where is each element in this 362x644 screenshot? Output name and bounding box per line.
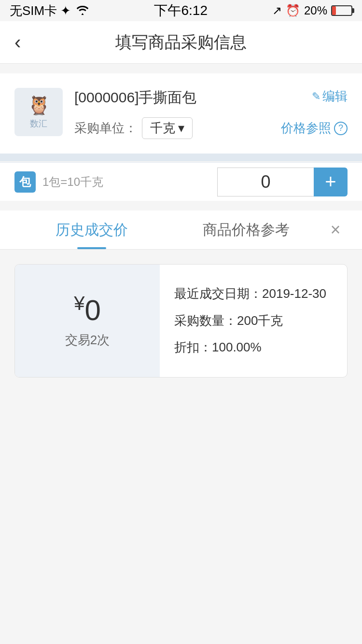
- product-unit-row: 采购单位： 千克 ▾ 价格参照 ?: [74, 117, 348, 139]
- quantity-input-row: 0 +: [217, 168, 348, 196]
- carrier-text: 无SIM卡 ✦: [10, 2, 71, 19]
- unit-select[interactable]: 千克 ▾: [142, 117, 193, 139]
- alarm-icon: ⏰: [286, 4, 300, 17]
- product-name: [0000006]手撕面包: [74, 88, 196, 108]
- discount-row: 折扣：100.00%: [174, 337, 333, 358]
- price-right: 最近成交日期：2019-12-30 采购数量：200千克 折扣：100.00%: [160, 265, 347, 377]
- wifi-icon: [76, 3, 89, 18]
- close-icon: ×: [330, 220, 340, 240]
- quantity-detail-value: 200千克: [237, 313, 283, 328]
- recent-date-row: 最近成交日期：2019-12-30: [174, 284, 333, 304]
- discount-value: 100.00%: [212, 340, 262, 354]
- price-amount: ¥0: [74, 293, 101, 327]
- recent-date-label: 最近成交日期：: [174, 286, 262, 301]
- quantity-detail-label: 采购数量：: [174, 313, 237, 328]
- status-right: ↗ ⏰ 20%: [272, 4, 352, 17]
- product-card: 🦉 数汇 [0000006]手撕面包 ✎ 编辑 采购单位： 千克 ▾ 价格参照: [0, 73, 362, 154]
- location-icon: ↗: [272, 4, 282, 17]
- edit-button[interactable]: ✎ 编辑: [312, 88, 348, 105]
- product-owl-icon: 🦉: [28, 95, 50, 116]
- battery-icon: [331, 5, 352, 16]
- tab-bar: 历史成交价 商品价格参考 ×: [0, 210, 362, 250]
- tab-close-button[interactable]: ×: [323, 218, 348, 242]
- recent-date-value: 2019-12-30: [262, 286, 326, 301]
- product-brand-text: 数汇: [30, 118, 47, 129]
- price-ref-label: 价格参照: [281, 120, 331, 137]
- status-time: 下午6:12: [154, 1, 208, 20]
- product-header: [0000006]手撕面包 ✎ 编辑: [74, 88, 348, 108]
- tab-product-price[interactable]: 商品价格参考: [169, 210, 323, 249]
- unit-badge: 包: [14, 171, 36, 193]
- separator-1: [0, 154, 362, 161]
- page-title: 填写商品采购信息: [115, 31, 247, 54]
- status-bar: 无SIM卡 ✦ 下午6:12 ↗ ⏰ 20%: [0, 0, 362, 21]
- currency-symbol: ¥: [74, 293, 84, 314]
- tab-product-price-label: 商品价格参考: [203, 220, 290, 240]
- quantity-unit-info: 包 1包=10千克: [14, 171, 103, 193]
- status-left: 无SIM卡 ✦: [10, 2, 89, 19]
- battery-pct: 20%: [304, 4, 327, 17]
- edit-icon: ✎: [312, 90, 320, 103]
- nav-bar: ‹ 填写商品采购信息: [0, 21, 362, 64]
- price-card-wrapper: ¥0 交易2次 最近成交日期：2019-12-30 采购数量：200千克 折扣：…: [0, 250, 362, 392]
- quantity-row: 采购数量：200千克: [174, 311, 333, 331]
- tab-history-price[interactable]: 历史成交价: [14, 210, 169, 249]
- quantity-display[interactable]: 0: [217, 168, 314, 196]
- amount-value: 0: [84, 294, 100, 326]
- price-left: ¥0 交易2次: [15, 265, 160, 377]
- quantity-section: 包 1包=10千克 0 +: [0, 162, 362, 201]
- back-button[interactable]: ‹: [14, 31, 21, 53]
- unit-value: 千克: [150, 120, 175, 137]
- price-transactions: 交易2次: [65, 332, 110, 349]
- question-circle-icon: ?: [334, 122, 348, 135]
- product-image: 🦉 数汇: [14, 88, 63, 136]
- unit-conversion: 1包=10千克: [42, 174, 103, 190]
- plus-button[interactable]: +: [314, 168, 348, 196]
- unit-label: 采购单位： 千克 ▾: [74, 117, 193, 139]
- price-ref-button[interactable]: 价格参照 ?: [281, 120, 348, 137]
- discount-label: 折扣：: [174, 340, 212, 354]
- product-info: [0000006]手撕面包 ✎ 编辑 采购单位： 千克 ▾ 价格参照 ?: [74, 88, 348, 139]
- dropdown-arrow-icon: ▾: [178, 121, 184, 136]
- tab-history-label: 历史成交价: [56, 220, 128, 240]
- price-card: ¥0 交易2次 最近成交日期：2019-12-30 采购数量：200千克 折扣：…: [14, 264, 348, 378]
- tab-active-indicator: [77, 247, 106, 249]
- edit-label: 编辑: [322, 88, 348, 105]
